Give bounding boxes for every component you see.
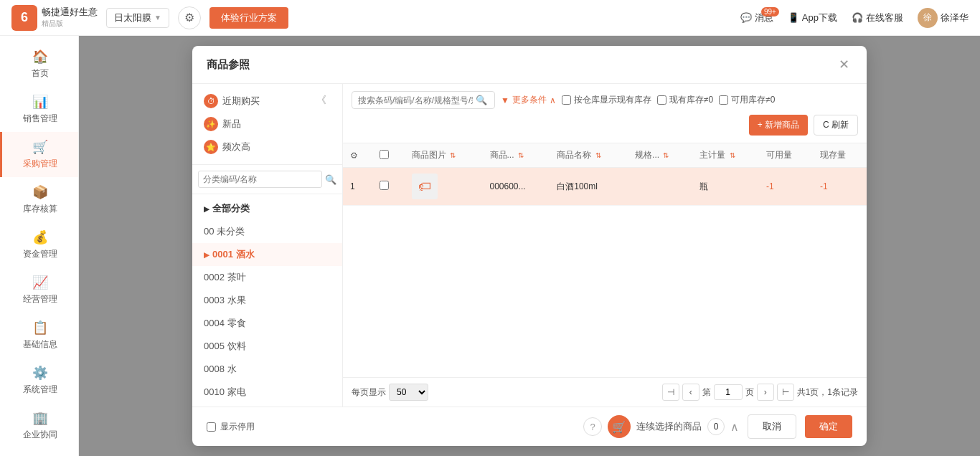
confirm-button[interactable]: 确定 xyxy=(805,415,852,438)
pagination-left: 每页显示 50 100 200 xyxy=(352,384,428,401)
sort-unit-icon[interactable]: ⇅ xyxy=(730,151,735,159)
category-liquor[interactable]: ▶ 0001 酒水 xyxy=(192,243,342,266)
quick-filter-recent[interactable]: ⏱ 近期购买 《 xyxy=(198,90,336,113)
checkbox-warehouse[interactable] xyxy=(562,95,571,105)
checkbox-warehouse-text: 按仓库显示现有库存 xyxy=(574,94,651,106)
checkbox-available-nonzero-label[interactable]: 可用库存≠0 xyxy=(719,94,775,106)
product-reference-modal: 商品参照 ✕ ⏱ 近期购买 《 xyxy=(192,46,867,446)
trial-button[interactable]: 体验行业方案 xyxy=(209,7,288,29)
close-button[interactable]: ✕ xyxy=(835,56,852,73)
category-uncategorized[interactable]: 00 未分类 xyxy=(192,220,342,243)
category-all-label: 全部分类 xyxy=(212,202,250,215)
category-snack-label: 0004 零食 xyxy=(204,317,246,330)
help-button[interactable]: ? xyxy=(583,417,602,436)
quick-filter-new-label: 新品 xyxy=(222,118,241,130)
category-snack[interactable]: 0004 零食 xyxy=(192,312,342,335)
settings-button[interactable]: ⚙ xyxy=(178,6,201,29)
filter-btn-label: 更多条件 xyxy=(512,94,547,106)
show-disabled-checkbox[interactable] xyxy=(207,422,216,432)
first-page-button[interactable]: ⊣ xyxy=(662,384,679,401)
sidebar: 🏠 首页 📊 销售管理 🛒 采购管理 📦 库存核算 💰 资金管理 📈 经营管理 … xyxy=(0,36,79,456)
per-page-select[interactable]: 50 100 200 xyxy=(389,384,428,401)
prev-page-button[interactable]: ‹ xyxy=(682,384,699,401)
category-beverage[interactable]: 0005 饮料 xyxy=(192,335,342,358)
filter-icon: ▼ xyxy=(501,95,509,105)
quick-filter-frequent[interactable]: ⭐ 频次高 xyxy=(198,136,336,158)
category-appliance[interactable]: 0010 家电 xyxy=(192,381,342,404)
category-water[interactable]: 0008 水 xyxy=(192,358,342,381)
select-all-checkbox[interactable] xyxy=(380,150,389,159)
next-page-button[interactable]: › xyxy=(757,384,774,401)
sidebar-item-purchase[interactable]: 🛒 采购管理 xyxy=(0,132,78,177)
show-disabled-text: 显示停用 xyxy=(220,421,255,433)
cart-icon[interactable]: 🛒 xyxy=(608,415,631,438)
app-download-button[interactable]: 📱 App下载 xyxy=(788,11,837,24)
service-label: 在线客服 xyxy=(866,11,903,24)
sidebar-item-system[interactable]: ⚙️ 系统管理 xyxy=(0,358,78,403)
sidebar-item-enterprise[interactable]: 🏢 企业协同 xyxy=(0,403,78,448)
show-disabled-label[interactable]: 显示停用 xyxy=(207,421,255,433)
checkbox-stock-nonzero[interactable] xyxy=(657,95,666,105)
th-checkbox xyxy=(372,143,404,168)
add-product-button[interactable]: + 新增商品 xyxy=(749,115,808,136)
cart-area: ? 🛒 连续选择的商品 0 ∧ xyxy=(583,415,739,438)
td-code: 000600... xyxy=(483,168,550,206)
message-icon: 💬 xyxy=(740,12,752,23)
sidebar-item-sales-label: 销售管理 xyxy=(23,113,57,125)
user-menu[interactable]: 徐 徐泽华 xyxy=(918,8,969,28)
page-number-input[interactable] xyxy=(714,384,743,400)
refresh-button[interactable]: C 刷新 xyxy=(814,115,858,136)
sidebar-item-operations[interactable]: 📈 经营管理 xyxy=(0,267,78,313)
sales-icon: 📊 xyxy=(32,94,48,110)
category-water-label: 0008 水 xyxy=(204,363,237,376)
purchase-icon: 🛒 xyxy=(32,139,48,155)
category-search-icon[interactable]: 🔍 xyxy=(325,174,336,185)
td-name: 白酒100ml xyxy=(550,168,628,206)
th-image-label: 商品图片 xyxy=(412,150,446,160)
table-row[interactable]: 1 🏷 000600... 白酒100ml xyxy=(343,168,867,206)
quick-filter-recent-label: 近期购买 xyxy=(222,95,260,108)
td-stock: -1 xyxy=(813,168,867,206)
th-code: 商品... ⇅ xyxy=(483,143,550,168)
cancel-button[interactable]: 取消 xyxy=(748,414,796,439)
category-search-input[interactable] xyxy=(198,171,322,188)
sort-spec-icon[interactable]: ⇅ xyxy=(663,151,669,159)
message-button[interactable]: 💬 消息 99+ xyxy=(740,11,773,24)
checkbox-stock-nonzero-label[interactable]: 现有库存≠0 xyxy=(657,94,713,106)
product-search-icon[interactable]: 🔍 xyxy=(476,95,487,105)
product-search-input[interactable] xyxy=(358,95,473,105)
sidebar-item-inventory[interactable]: 📦 库存核算 xyxy=(0,177,78,222)
product-search-box: 🔍 xyxy=(352,91,495,109)
sidebar-item-sales[interactable]: 📊 销售管理 xyxy=(0,87,78,132)
sidebar-item-finance[interactable]: 💰 资金管理 xyxy=(0,222,78,267)
service-button[interactable]: 🎧 在线客服 xyxy=(852,11,903,24)
category-fruit[interactable]: 0003 水果 xyxy=(192,289,342,312)
collapse-cart-icon[interactable]: ∧ xyxy=(730,420,739,434)
sidebar-item-basic-info[interactable]: 📋 基础信息 xyxy=(0,313,78,358)
new-icon: ✨ xyxy=(204,117,218,131)
category-tea[interactable]: 0002 茶叶 xyxy=(192,266,342,289)
collapse-icon[interactable]: 《 xyxy=(316,94,331,108)
pagination-right: ⊣ ‹ 第 页 › ⊢ 共1页，1条记录 xyxy=(662,384,858,401)
more-filter-button[interactable]: ▼ 更多条件 ∧ xyxy=(501,94,556,106)
th-unit-label: 主计量 xyxy=(699,150,725,160)
modal-left-panel: ⏱ 近期购买 《 ✨ 新品 ⭐ 频次高 xyxy=(192,84,343,407)
checkbox-warehouse-label[interactable]: 按仓库显示现有库存 xyxy=(562,94,651,106)
row-checkbox[interactable] xyxy=(380,181,389,190)
recent-icon: ⏱ xyxy=(204,94,218,108)
checkbox-available-nonzero[interactable] xyxy=(719,95,728,105)
quick-filter-new[interactable]: ✨ 新品 xyxy=(198,113,336,136)
modal-toolbar: 🔍 ▼ 更多条件 ∧ 按仓库显示现有库存 xyxy=(343,84,867,143)
category-all[interactable]: ▶ 全部分类 xyxy=(192,197,342,220)
sort-name-icon[interactable]: ⇅ xyxy=(595,151,601,159)
cart-count: 0 xyxy=(707,418,725,435)
sidebar-item-home[interactable]: 🏠 首页 xyxy=(0,42,78,87)
sort-image-icon[interactable]: ⇅ xyxy=(450,151,456,159)
sort-code-icon[interactable]: ⇅ xyxy=(518,151,524,159)
sidebar-item-guide[interactable]: 🎯 新手引导 xyxy=(0,448,78,456)
sidebar-item-inventory-label: 库存核算 xyxy=(23,203,57,215)
last-page-button[interactable]: ⊢ xyxy=(777,384,794,401)
th-stock: 现存量 xyxy=(813,143,867,168)
company-selector[interactable]: 日太阳膜 ▼ xyxy=(106,8,169,28)
table-settings-icon[interactable]: ⚙ xyxy=(350,151,358,161)
